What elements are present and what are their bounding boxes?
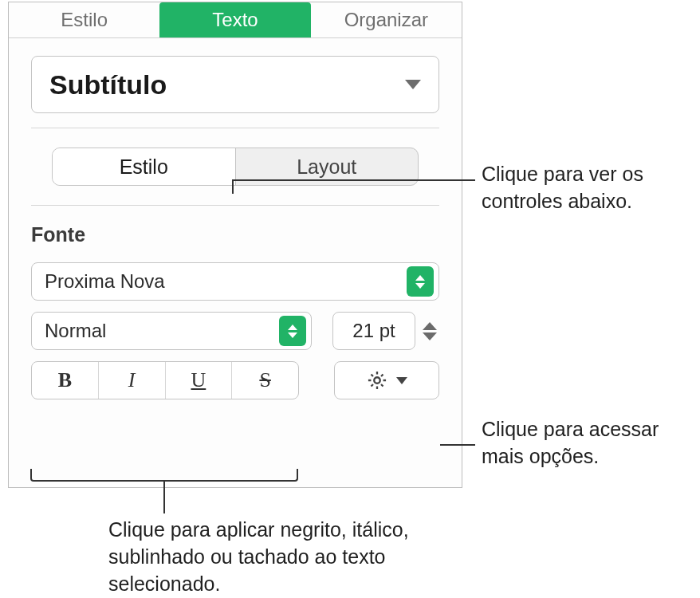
svg-point-0 — [374, 377, 379, 383]
format-inspector-panel: Estilo Texto Organizar Subtítulo Estilo … — [8, 2, 462, 488]
font-weight-select[interactable]: Normal — [31, 312, 312, 350]
callout-line — [163, 482, 165, 513]
dropdown-stepper-icon — [279, 316, 306, 346]
bold-button[interactable]: B — [32, 362, 99, 399]
font-size-field[interactable]: 21 pt — [332, 312, 415, 350]
advanced-options-button[interactable] — [334, 361, 439, 399]
font-section-label: Fonte — [31, 223, 439, 246]
tab-texto[interactable]: Texto — [159, 2, 310, 37]
tab-estilo[interactable]: Estilo — [9, 2, 159, 37]
callout-line — [232, 179, 234, 194]
format-row: B I U S — [31, 361, 439, 399]
font-weight-size-row: Normal 21 pt — [31, 312, 439, 350]
paragraph-style-label: Subtítulo — [49, 69, 167, 100]
callout-segmented: Clique para ver os controles abaixo. — [482, 161, 689, 215]
chevron-down-icon — [405, 80, 421, 89]
callout-more-options: Clique para acessar mais opções. — [482, 416, 697, 470]
font-section: Fonte Proxima Nova Normal 21 pt — [9, 206, 462, 399]
underline-button[interactable]: U — [166, 362, 233, 399]
font-size-group: 21 pt — [332, 312, 439, 350]
callout-line — [440, 444, 475, 446]
gear-icon — [366, 369, 388, 391]
text-style-group: B I U S — [31, 361, 299, 399]
dropdown-stepper-icon — [407, 266, 434, 297]
tab-organizar[interactable]: Organizar — [311, 2, 462, 37]
callout-line — [232, 179, 475, 181]
callout-bracket — [30, 469, 298, 482]
segment-estilo[interactable]: Estilo — [53, 148, 236, 185]
chevron-down-icon — [396, 377, 407, 384]
font-family-value: Proxima Nova — [45, 270, 165, 293]
callout-bius: Clique para aplicar negrito, itálico, su… — [108, 517, 411, 597]
paragraph-style-dropdown[interactable]: Subtítulo — [31, 56, 439, 113]
strikethrough-button[interactable]: S — [232, 362, 298, 399]
font-weight-value: Normal — [45, 320, 106, 342]
font-size-step-down[interactable] — [423, 332, 437, 340]
font-family-select[interactable]: Proxima Nova — [31, 262, 439, 301]
paragraph-style-row: Subtítulo — [9, 38, 462, 128]
font-size-step-up[interactable] — [423, 322, 437, 330]
segmented-wrap: Estilo Layout — [9, 128, 462, 205]
italic-button[interactable]: I — [99, 362, 166, 399]
font-size-stepper — [420, 312, 439, 350]
top-tabs: Estilo Texto Organizar — [9, 2, 462, 38]
